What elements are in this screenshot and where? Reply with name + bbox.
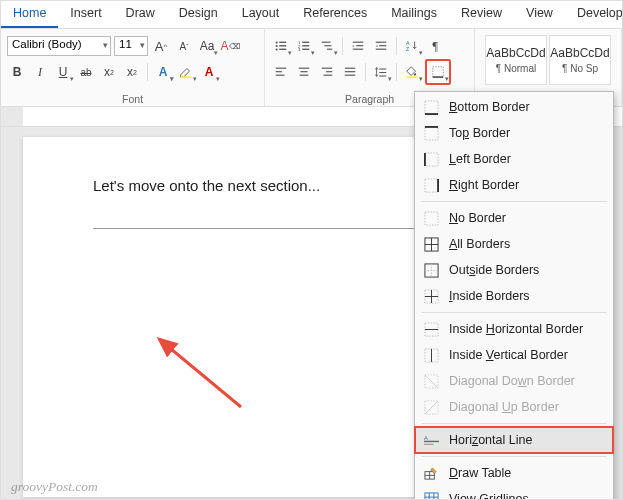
tab-layout[interactable]: Layout (230, 1, 292, 28)
font-size-select[interactable]: 11▾ (114, 36, 148, 56)
superscript-button[interactable]: x2 (122, 62, 142, 82)
justify-button[interactable] (340, 62, 360, 82)
menu-top-border[interactable]: Top Border (415, 120, 613, 146)
align-left-button[interactable] (271, 62, 291, 82)
menu-bottom-border[interactable]: Bottom Border (415, 94, 613, 120)
decrease-indent-button[interactable] (348, 36, 368, 56)
tab-home[interactable]: Home (1, 1, 58, 28)
tab-view[interactable]: View (514, 1, 565, 28)
svg-rect-38 (379, 76, 386, 77)
strikethrough-button[interactable]: ab (76, 62, 96, 82)
subscript-button[interactable]: x2 (99, 62, 119, 82)
line-spacing-button[interactable] (371, 62, 391, 82)
tab-draw[interactable]: Draw (114, 1, 167, 28)
outside-borders-icon (423, 262, 439, 278)
style-no-spacing[interactable]: AaBbCcDd ¶ No Sp (549, 35, 611, 85)
tab-mailings[interactable]: Mailings (379, 1, 449, 28)
menu-horizontal-line[interactable]: AHorizontal Line (415, 427, 613, 453)
numbering-button[interactable]: 123 (294, 36, 314, 56)
all-borders-icon (423, 236, 439, 252)
shading-button[interactable] (402, 62, 422, 82)
tab-insert[interactable]: Insert (58, 1, 113, 28)
gridlines-icon (423, 491, 439, 500)
text-effects-button[interactable]: A (153, 62, 173, 82)
svg-rect-12 (302, 49, 309, 50)
italic-button[interactable]: I (30, 62, 50, 82)
svg-rect-45 (424, 126, 437, 139)
shrink-font-button[interactable]: Aˇ (174, 36, 194, 56)
svg-rect-4 (279, 45, 286, 46)
svg-rect-25 (276, 71, 282, 72)
show-marks-button[interactable]: ¶ (425, 36, 445, 56)
svg-text:3: 3 (298, 47, 301, 52)
svg-line-68 (424, 400, 437, 413)
tab-design[interactable]: Design (167, 1, 230, 28)
style-normal[interactable]: AaBbCcDd ¶ Normal (485, 35, 547, 85)
svg-rect-32 (324, 75, 333, 76)
tab-review[interactable]: Review (449, 1, 514, 28)
multilevel-list-button[interactable] (317, 36, 337, 56)
inside-v-border-icon (423, 347, 439, 363)
svg-rect-33 (345, 68, 356, 69)
menu-draw-table[interactable]: Draw Table (415, 460, 613, 486)
tab-developer[interactable]: Developer (565, 1, 623, 28)
svg-rect-37 (379, 72, 386, 73)
font-color-button[interactable]: A (199, 62, 219, 82)
top-border-icon (423, 125, 439, 141)
align-center-button[interactable] (294, 62, 314, 82)
clear-formatting-button[interactable]: A⌫ (220, 36, 240, 56)
chevron-down-icon: ▾ (103, 40, 108, 50)
style-label: ¶ Normal (496, 63, 536, 74)
menu-left-border[interactable]: Left Border (415, 146, 613, 172)
svg-rect-31 (326, 71, 332, 72)
menu-view-gridlines[interactable]: View Gridlines (415, 486, 613, 500)
borders-button[interactable] (428, 62, 448, 82)
diag-up-border-icon (423, 399, 439, 415)
inside-borders-icon (423, 288, 439, 304)
tab-references[interactable]: References (291, 1, 379, 28)
svg-rect-47 (424, 152, 437, 165)
svg-rect-20 (379, 45, 386, 46)
left-border-icon (423, 151, 439, 167)
grow-font-button[interactable]: A^ (151, 36, 171, 56)
right-border-icon (423, 177, 439, 193)
diag-down-border-icon (423, 373, 439, 389)
svg-rect-40 (433, 67, 444, 78)
svg-rect-41 (433, 76, 444, 77)
svg-point-5 (276, 48, 278, 50)
align-right-button[interactable] (317, 62, 337, 82)
menu-all-borders[interactable]: All Borders (415, 231, 613, 257)
menu-no-border[interactable]: No Border (415, 205, 613, 231)
style-label: ¶ No Sp (562, 63, 598, 74)
font-name-select[interactable]: Calibri (Body)▾ (7, 36, 111, 56)
highlight-button[interactable] (176, 62, 196, 82)
menu-diagonal-down-border: Diagonal Down Border (415, 368, 613, 394)
bullets-button[interactable] (271, 36, 291, 56)
svg-rect-29 (300, 75, 309, 76)
sort-button[interactable]: AZ (402, 36, 422, 56)
group-font: Calibri (Body)▾ 11▾ A^ Aˇ Aa A⌫ B I U ab… (1, 29, 265, 106)
horizontal-line-icon: A (423, 432, 439, 448)
increase-indent-button[interactable] (371, 36, 391, 56)
menu-diagonal-up-border: Diagonal Up Border (415, 394, 613, 420)
svg-point-3 (276, 45, 278, 47)
no-border-icon (423, 210, 439, 226)
svg-rect-10 (302, 45, 309, 46)
svg-rect-35 (345, 75, 356, 76)
borders-dropdown: Bottom Border Top Border Left Border Rig… (414, 91, 614, 500)
menu-inside-horizontal-border[interactable]: Inside Horizontal Border (415, 316, 613, 342)
underline-button[interactable]: U (53, 62, 73, 82)
svg-rect-15 (327, 49, 332, 50)
svg-rect-17 (356, 45, 363, 46)
ribbon-tabs: Home Insert Draw Design Layout Reference… (1, 1, 622, 29)
menu-right-border[interactable]: Right Border (415, 172, 613, 198)
menu-inside-borders[interactable]: Inside Borders (415, 283, 613, 309)
menu-outside-borders[interactable]: Outside Borders (415, 257, 613, 283)
menu-inside-vertical-border[interactable]: Inside Vertical Border (415, 342, 613, 368)
inside-h-border-icon (423, 321, 439, 337)
svg-rect-19 (376, 42, 387, 43)
bold-button[interactable]: B (7, 62, 27, 82)
change-case-button[interactable]: Aa (197, 36, 217, 56)
style-preview: AaBbCcDd (550, 46, 609, 60)
borders-button-highlight (425, 59, 451, 85)
